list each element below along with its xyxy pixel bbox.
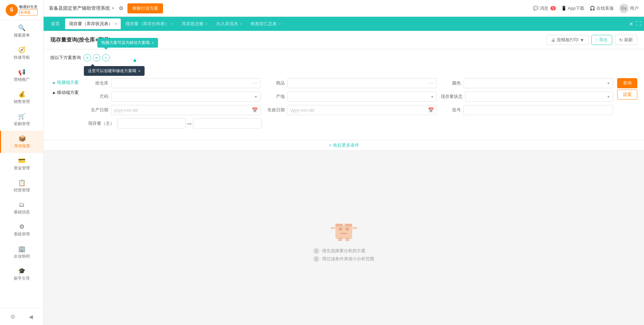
guide-icon: 🎓: [18, 267, 25, 275]
tooltip1-close[interactable]: ×: [152, 41, 154, 45]
tooltip-scheme-convert: 电脑方案可设为移动方案哦 ×: [97, 38, 158, 48]
scheme-mobile[interactable]: ▶ 移动端方案: [50, 88, 82, 97]
color-select[interactable]: ▼: [464, 78, 613, 88]
sidebar-item-enterprise[interactable]: 🏢 企业协同: [0, 241, 43, 263]
warehouse-dots[interactable]: ···: [252, 80, 257, 86]
user-avatar-area[interactable]: Ea 用户: [619, 4, 639, 13]
tooltip1-text: 电脑方案可设为移动方案哦: [101, 40, 150, 46]
tab-stock-status-label: 现存量（库存状况表）: [69, 21, 113, 27]
collapse-bar[interactable]: ∧ 收起更多条件: [44, 140, 644, 151]
tabs-close-all[interactable]: ✕: [629, 21, 633, 27]
tab-stock-dist[interactable]: 现存量（库存分布表） ×: [121, 18, 177, 29]
tab-receive-close[interactable]: ×: [279, 22, 281, 26]
enterprise-icon: 🏢: [18, 245, 25, 253]
svg-rect-6: [330, 227, 335, 229]
tab-receive-label: 收发存汇总表: [251, 21, 277, 27]
tab-batch[interactable]: 库存批次账 ×: [178, 18, 212, 29]
scheme-mobile-label: 移动端方案: [57, 90, 79, 96]
query-btn[interactable]: 查询: [617, 78, 637, 88]
export-btn[interactable]: ↑ 导出: [591, 35, 612, 45]
solution-btn[interactable]: 体验行业方案: [127, 3, 163, 13]
purchase-icon: 🛒: [18, 113, 25, 120]
sidebar-item-inventory[interactable]: 📦 库存核算: [0, 131, 43, 153]
field-size: 尺码 ▼: [88, 92, 261, 102]
tabs-bar: 首页 现存量（库存状况表） × 现存量（库存分布表） × 库存批次账 × 出入库…: [44, 17, 644, 31]
refresh-btn[interactable]: ↻ 刷新: [615, 35, 637, 45]
stock-status-select[interactable]: ▼: [465, 92, 613, 102]
tab-inout[interactable]: 出入库流水 ×: [212, 18, 246, 29]
scheme-desktop[interactable]: ▶ 电脑端方案: [50, 78, 82, 87]
search-icon: 🔍: [18, 24, 25, 32]
navigation-icon: 🧭: [18, 46, 25, 54]
warehouse-label: 按仓库: [88, 80, 108, 86]
app-download-action[interactable]: 📱 App下载: [561, 5, 584, 11]
collapse-label: 收起更多条件: [333, 143, 359, 148]
tab-stock-dist-close[interactable]: ×: [171, 22, 173, 26]
tab-stock-status[interactable]: 现存量（库存状况表） ×: [65, 18, 121, 29]
sidebar-footer: ⚙ ◀: [0, 308, 43, 325]
field-origin: 产地 ▼: [265, 92, 437, 102]
back-btn[interactable]: «: [102, 54, 110, 61]
dot-indicator: [133, 59, 136, 62]
system-selector[interactable]: 装备及固定资产辅助管理系统 ▼: [49, 5, 115, 11]
sidebar-nav: 🔍 搜索菜单 🧭 快速导航 📢 营销推广 💰 销售管理 🛒 采购管理 📦 库存核…: [0, 20, 43, 308]
edit-scheme-btn[interactable]: ✏: [93, 54, 100, 61]
export-label: 导出: [599, 37, 608, 43]
tabs-fullscreen[interactable]: ⛶: [636, 21, 641, 27]
export-icon: ↑: [596, 38, 598, 43]
logo-tag: 标准版: [19, 9, 38, 15]
tab-inout-close[interactable]: ×: [240, 22, 242, 26]
tab-inout-label: 出入库流水: [216, 21, 238, 27]
collapse-icon: ∧: [328, 143, 332, 148]
filter-actions: + ✏ «: [84, 54, 110, 61]
sidebar-item-operation[interactable]: 📋 经营管理: [0, 175, 43, 197]
origin-select[interactable]: ▼: [287, 92, 437, 102]
tab-stock-status-close[interactable]: ×: [115, 22, 117, 26]
filter-row-1: 按仓库 ··· 商品 ···: [88, 78, 613, 88]
operation-icon: 📋: [18, 179, 25, 186]
footer-collapse-btn[interactable]: ◀: [29, 314, 33, 320]
sidebar-item-system[interactable]: ⚙ 系统管理: [0, 219, 43, 241]
sidebar-item-marketing[interactable]: 📢 营销推广: [0, 64, 43, 87]
goods-select[interactable]: ···: [287, 78, 437, 88]
color-label: 颜色: [441, 80, 461, 86]
tab-receive[interactable]: 收发存汇总表 ×: [247, 18, 285, 29]
size-select[interactable]: ▼: [111, 92, 261, 102]
print-label: 按模板打印: [557, 37, 579, 43]
tooltip2-close[interactable]: ×: [138, 69, 141, 73]
scheme-list: ▶ 电脑端方案 ▶ 移动端方案: [50, 78, 82, 132]
add-scheme-btn[interactable]: +: [84, 54, 91, 61]
expire-date-placeholder: yyyy-mm-dd: [290, 108, 314, 113]
stock-qty-min[interactable]: [117, 118, 186, 128]
goods-dots[interactable]: ···: [428, 80, 434, 86]
warehouse-select[interactable]: ···: [111, 78, 261, 88]
sidebar-label-quick: 快速导航: [14, 55, 30, 60]
stock-qty-max[interactable]: [193, 118, 262, 128]
system-icon: ⚙: [19, 223, 24, 230]
sidebar-item-quick[interactable]: 🧭 快速导航: [0, 42, 43, 64]
reset-btn[interactable]: 设置: [617, 90, 637, 100]
stock-qty-range: —: [117, 118, 262, 128]
expire-date-input[interactable]: yyyy-mm-dd 📅: [287, 105, 437, 115]
support-icon: 🎧: [590, 6, 595, 11]
sidebar-item-finance[interactable]: 💳 资金管理: [0, 153, 43, 175]
batch-input[interactable]: [464, 105, 613, 115]
print-btn[interactable]: 🖨 按模板打印 ▼: [547, 35, 589, 45]
hint-num-1: 1: [313, 248, 319, 254]
message-action[interactable]: 💬 消息 9: [533, 5, 556, 11]
batch-label: 批号: [441, 107, 461, 113]
sidebar-item-purchase[interactable]: 🛒 采购管理: [0, 109, 43, 131]
tab-home[interactable]: 首页: [46, 18, 64, 29]
sidebar-item-search[interactable]: 🔍 搜索菜单: [0, 20, 43, 42]
support-action[interactable]: 🎧 在线客服: [590, 5, 614, 11]
tab-batch-close[interactable]: ×: [206, 22, 208, 26]
sidebar-item-sales[interactable]: 💰 销售管理: [0, 87, 43, 109]
footer-settings-btn[interactable]: ⚙: [10, 314, 15, 320]
header-settings-btn[interactable]: ⚙: [119, 5, 123, 11]
prod-date-input[interactable]: yyyy-mm-dd 📅: [111, 105, 261, 115]
sidebar-item-guide[interactable]: 🎓 新手引导: [0, 263, 43, 285]
inventory-icon: 📦: [18, 135, 26, 142]
sidebar-label-purchase: 采购管理: [14, 121, 30, 127]
sidebar-item-basic[interactable]: 🗂 基础信息: [0, 197, 43, 219]
message-icon: 💬: [533, 6, 538, 11]
